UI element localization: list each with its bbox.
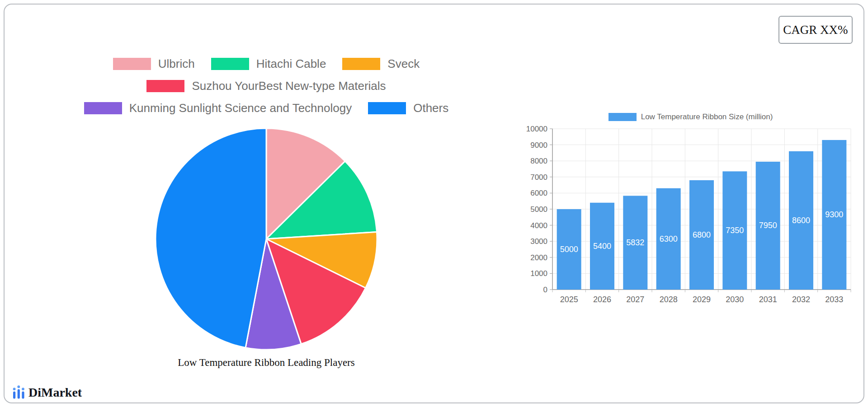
brand-bars-icon: [13, 385, 25, 399]
y-tick-label: 3000: [530, 237, 547, 246]
y-tick-label: 2000: [530, 253, 547, 262]
legend-item-hitachi-cable[interactable]: Hitachi Cable: [211, 57, 326, 71]
y-tick-label: 10000: [526, 126, 547, 133]
pie-chart: [154, 127, 378, 351]
pie-slice-others[interactable]: [156, 128, 266, 348]
y-tick-label: 8000: [530, 157, 547, 165]
bar-chart: 0100020003000400050006000700080009000100…: [522, 126, 859, 318]
pie-legend-row: UlbrichHitachi CableSveck: [113, 57, 420, 70]
pie-legend-row: Suzhou YourBest New-type Materials: [146, 79, 386, 93]
x-category-label: 2030: [726, 295, 744, 304]
y-tick-label: 0: [543, 285, 547, 294]
legend-item-ulbrich[interactable]: Ulbrich: [113, 57, 195, 71]
legend-swatch-ulbrich: [113, 58, 151, 70]
y-tick-label: 5000: [530, 205, 547, 214]
y-tick-label: 6000: [530, 189, 547, 197]
bar-value-label: 7350: [726, 226, 744, 235]
legend-label: Suzhou YourBest New-type Materials: [192, 79, 386, 93]
brand-logo: DiMarket: [13, 385, 82, 399]
legend-item-kunming-sunlight-science-and-technology[interactable]: Kunming Sunlight Science and Technology: [84, 101, 352, 115]
bar-value-label: 5400: [593, 242, 611, 251]
legend-swatch-others: [368, 102, 406, 114]
cagr-label: CAGR XX%: [783, 23, 848, 37]
pie-legend: UlbrichHitachi CableSveckSuzhou YourBest…: [84, 57, 448, 115]
bar-value-label: 8600: [792, 216, 810, 225]
legend-swatch-kunming-sunlight-science-and-technology: [84, 102, 122, 114]
y-tick-label: 1000: [530, 269, 547, 278]
x-category-label: 2028: [660, 295, 678, 304]
legend-swatch-hitachi-cable: [211, 58, 249, 70]
bar-value-label: 6800: [693, 230, 711, 239]
y-tick-label: 9000: [530, 141, 547, 150]
x-category-label: 2033: [825, 295, 843, 304]
legend-swatch-suzhou-yourbest-new-type-materials: [146, 80, 184, 92]
legend-label: Hitachi Cable: [256, 57, 326, 71]
bar-legend-label: Low Temperature Ribbon Size (million): [641, 112, 773, 122]
bar-chart-section: Low Temperature Ribbon Size (million) 01…: [522, 111, 859, 319]
x-category-label: 2025: [560, 295, 578, 304]
bar-legend-swatch: [609, 113, 637, 121]
bar-value-label: 7950: [759, 221, 777, 230]
legend-item-suzhou-yourbest-new-type-materials[interactable]: Suzhou YourBest New-type Materials: [146, 79, 386, 93]
bar-value-label: 6300: [660, 234, 678, 243]
legend-label: Others: [413, 101, 448, 115]
legend-label: Kunming Sunlight Science and Technology: [129, 101, 352, 115]
legend-label: Sveck: [387, 57, 420, 71]
bar-value-label: 5832: [626, 238, 644, 247]
legend-swatch-sveck: [342, 58, 380, 70]
legend-label: Ulbrich: [158, 57, 195, 71]
cagr-badge: CAGR XX%: [778, 16, 853, 44]
x-category-label: 2029: [693, 295, 711, 304]
x-category-label: 2026: [593, 295, 611, 304]
y-tick-label: 7000: [530, 173, 547, 182]
bar-legend-item[interactable]: Low Temperature Ribbon Size (million): [522, 111, 859, 123]
x-category-label: 2031: [759, 295, 777, 304]
bar-value-label: 5000: [560, 245, 578, 254]
y-tick-label: 4000: [530, 221, 547, 230]
legend-item-others[interactable]: Others: [368, 101, 448, 115]
pie-chart-title: Low Temperature Ribbon Leading Players: [178, 357, 354, 369]
bar-value-label: 9300: [825, 210, 843, 219]
x-category-label: 2032: [792, 295, 810, 304]
x-category-label: 2027: [626, 295, 644, 304]
brand-name: DiMarket: [28, 386, 82, 399]
pie-chart-section: UlbrichHitachi CableSveckSuzhou YourBest…: [63, 57, 470, 369]
pie-legend-row: Kunming Sunlight Science and TechnologyO…: [84, 101, 448, 115]
legend-item-sveck[interactable]: Sveck: [342, 57, 420, 71]
